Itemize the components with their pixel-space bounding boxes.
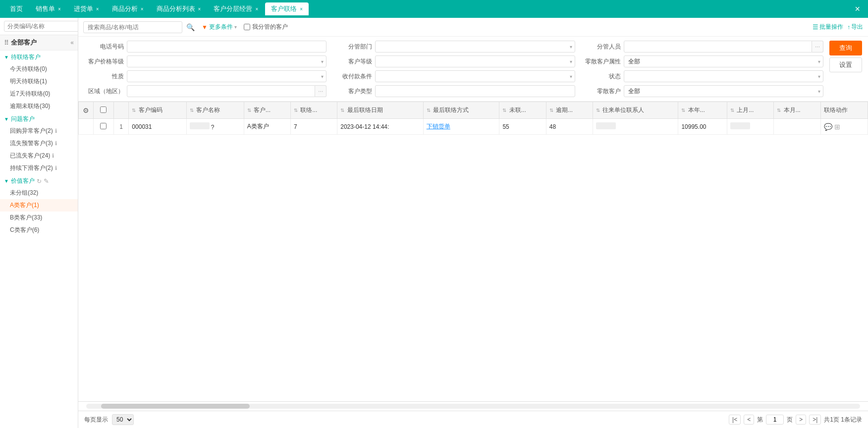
sort-icon: ⇅: [427, 107, 431, 113]
th-code[interactable]: ⇅ 客户编码: [129, 102, 186, 119]
dept-select[interactable]: [375, 41, 575, 53]
more-filters-button[interactable]: ▼ 更多条件 ▾: [199, 21, 240, 33]
filter-manager: 分管人员 ···: [581, 41, 823, 53]
sidebar-item-7days[interactable]: 近7天待联络(0): [0, 88, 78, 100]
nav-tab-purchase[interactable]: 进货单 ×: [68, 2, 105, 15]
batch-icon: ☰: [813, 23, 818, 31]
top-navigation: 首页 销售单 × 进货单 × 商品分析 × 商品分析列表 × 客户分层经营 × …: [0, 0, 868, 18]
th-overdue[interactable]: ⇅ 逾期...: [546, 102, 593, 119]
horizontal-scrollbar-thumb[interactable]: [101, 404, 250, 409]
filter-row-4: 区域（地区） ··· 客户类型 零散客户: [84, 85, 823, 97]
nature-select[interactable]: [127, 70, 326, 82]
sidebar-search-input[interactable]: [4, 21, 78, 32]
close-analysis-tab[interactable]: ×: [141, 6, 144, 12]
nav-tab-customer-tier[interactable]: 客户分层经营 ×: [208, 2, 264, 15]
retail-customer-select[interactable]: 全部: [624, 85, 823, 97]
problem-customer-group[interactable]: ▼ 问题客户: [0, 112, 78, 125]
nav-tab-sales[interactable]: 销售单 ×: [30, 2, 67, 15]
collapse-icon[interactable]: «: [70, 39, 74, 46]
phone-input[interactable]: [127, 41, 326, 53]
sidebar-item-declining[interactable]: 持续下滑客户(2) ℹ: [0, 162, 78, 174]
th-not-contacted[interactable]: ⇅ 未联...: [499, 102, 546, 119]
page-size-select[interactable]: 50: [112, 414, 134, 425]
manager-input[interactable]: [624, 41, 812, 53]
payment-select[interactable]: [375, 70, 575, 82]
sort-icon: ⇅: [777, 107, 781, 113]
qrcode-icon[interactable]: ⊞: [834, 123, 840, 131]
region-input[interactable]: [127, 85, 315, 97]
close-analysis-list-tab[interactable]: ×: [198, 6, 201, 12]
export-button[interactable]: ↑ 导出: [847, 23, 863, 31]
sidebar-item-today[interactable]: 今天待联络(0): [0, 63, 78, 75]
query-button[interactable]: 查询: [829, 41, 862, 55]
prev-page-button[interactable]: <: [744, 415, 754, 425]
window-close-button[interactable]: ×: [851, 2, 864, 16]
th-year-amount[interactable]: ⇅ 本年...: [678, 102, 727, 119]
select-all-checkbox[interactable]: [100, 107, 107, 113]
edit-icon[interactable]: ✎: [44, 177, 49, 185]
payment-label: 收付款条件: [332, 72, 372, 81]
table-select-all-header[interactable]: [94, 102, 114, 119]
status-select[interactable]: [624, 70, 823, 82]
td-last-method[interactable]: 下销货单: [423, 119, 499, 135]
all-customers-header[interactable]: ⠿ 全部客户 «: [0, 35, 78, 51]
sidebar-item-churn-warning[interactable]: 流失预警客户(3) ℹ: [0, 137, 78, 150]
th-contact-count[interactable]: ⇅ 联络...: [290, 102, 337, 119]
next-page-button[interactable]: >: [796, 415, 806, 425]
my-customers-checkbox-label[interactable]: 我分管的客户: [244, 23, 288, 31]
filter-action-buttons: 查询 设置: [829, 41, 862, 72]
close-purchase-tab[interactable]: ×: [96, 6, 99, 12]
refresh-icon[interactable]: ↻: [37, 178, 42, 185]
pending-contact-group[interactable]: ▼ 待联络客户: [0, 51, 78, 63]
settings-button[interactable]: 设置: [829, 57, 862, 72]
customer-level-select[interactable]: [375, 55, 575, 67]
horizontal-scrollbar-track[interactable]: [86, 404, 860, 409]
retail-attr-select[interactable]: 全部: [624, 55, 823, 67]
close-sales-tab[interactable]: ×: [58, 6, 61, 12]
total-records: 共1页 1条记录: [824, 416, 862, 424]
sidebar-item-ungrouped[interactable]: 未分组(32): [0, 187, 78, 199]
my-customers-checkbox[interactable]: [244, 24, 250, 30]
page-input[interactable]: [766, 415, 784, 425]
region-dots-button[interactable]: ···: [315, 85, 326, 97]
first-page-button[interactable]: |<: [729, 415, 741, 425]
td-unit-contact: [593, 119, 678, 135]
th-actions: 联络动作: [820, 102, 868, 119]
nav-home[interactable]: 首页: [4, 2, 29, 15]
th-name[interactable]: ⇅ 客户名称: [186, 102, 244, 119]
th-type[interactable]: ⇅ 客户...: [244, 102, 290, 119]
close-customer-tier-tab[interactable]: ×: [255, 6, 258, 12]
th-unit-contact[interactable]: ⇅ 往来单位联系人: [593, 102, 678, 119]
nav-tab-customer-contact[interactable]: 客户联络 ×: [265, 2, 309, 15]
last-page-button[interactable]: >|: [809, 415, 821, 425]
sidebar-item-class-c[interactable]: C类客户(6): [0, 224, 78, 236]
sort-icon: ⇅: [190, 107, 194, 113]
sidebar-item-overdue[interactable]: 逾期未联络(30): [0, 100, 78, 112]
nav-tab-analysis-list[interactable]: 商品分析列表 ×: [151, 2, 207, 15]
sidebar-item-class-a[interactable]: A类客户(1): [0, 199, 78, 212]
sidebar-item-class-b[interactable]: B类客户(33): [0, 212, 78, 224]
td-checkbox[interactable]: [94, 119, 114, 135]
search-input[interactable]: [83, 21, 182, 33]
th-this-month[interactable]: ⇅ 本月...: [774, 102, 820, 119]
close-customer-contact-tab[interactable]: ×: [300, 6, 303, 12]
th-last-date[interactable]: ⇅ 最后联络日期: [337, 102, 424, 119]
row-checkbox[interactable]: [100, 123, 107, 129]
table-settings-icon[interactable]: ⚙: [79, 102, 94, 119]
td-overdue: 48: [546, 119, 593, 135]
batch-op-button[interactable]: ☰ 批量操作: [813, 23, 843, 31]
sidebar-item-abnormal[interactable]: 回购异常客户(2) ℹ: [0, 125, 78, 137]
th-last-method[interactable]: ⇅ 最后联络方式: [423, 102, 499, 119]
sidebar-item-tomorrow[interactable]: 明天待联络(1): [0, 75, 78, 88]
last-method-link[interactable]: 下销货单: [427, 123, 450, 130]
chat-icon[interactable]: 💬: [824, 123, 832, 131]
search-icon[interactable]: 🔍: [186, 23, 195, 31]
value-customer-group[interactable]: ▼ 价值客户 ↻ ✎: [0, 174, 78, 187]
customer-type-input[interactable]: [375, 85, 575, 97]
sidebar-item-churned[interactable]: 已流失客户(24) ℹ: [0, 150, 78, 162]
td-last-month: [727, 119, 773, 135]
th-last-month[interactable]: ⇅ 上月...: [727, 102, 773, 119]
price-level-select[interactable]: [127, 55, 326, 67]
manager-dots-button[interactable]: ···: [812, 41, 823, 53]
nav-tab-analysis[interactable]: 商品分析 ×: [106, 2, 150, 15]
